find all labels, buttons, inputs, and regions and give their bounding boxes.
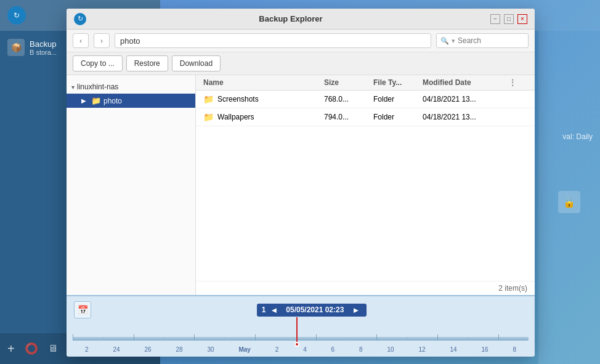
timeline: 📅 1 ◄ 05/05/2021 02:23 ► (67, 295, 535, 357)
action-toolbar: Copy to ... Restore Download (67, 52, 535, 75)
timeline-label: 4 (303, 346, 307, 353)
timeline-month-label: May (238, 346, 250, 353)
col-size: Size (324, 78, 373, 87)
timeline-label: 8 (513, 346, 516, 353)
close-button[interactable]: × (517, 14, 527, 24)
search-icon: 🔍 (440, 37, 449, 45)
file-date: 04/18/2021 13... (423, 113, 509, 121)
app-icon: ↻ (74, 13, 86, 25)
timeline-bar[interactable]: 2 24 26 28 30 May 2 4 6 8 10 12 14 16 8 (73, 323, 529, 354)
nas-arrow-icon: ▾ (71, 84, 75, 91)
folder-icon: 📁 (203, 112, 214, 122)
content-area: ▾ linuxhint-nas ▶ 📁 photo Name Size File… (67, 75, 535, 295)
col-more[interactable]: ⋮ (509, 78, 527, 87)
bg-circle-icon: ⭕ (25, 342, 38, 355)
search-box: 🔍 ▾ (436, 33, 529, 48)
timeline-ticks (73, 337, 529, 341)
nas-label: linuxhint-nas (77, 83, 118, 91)
backup-explorer-window: ↻ Backup Explorer − □ × ‹ › 🔍 ▾ Copy to … (67, 9, 535, 357)
file-name: Wallpapers (217, 113, 254, 121)
bg-storage-label: B stora... (30, 49, 57, 56)
file-type: Folder (373, 113, 423, 121)
version-prev-button[interactable]: ◄ (268, 305, 280, 315)
file-size: 768.0... (324, 95, 373, 103)
col-name: Name (203, 78, 324, 87)
col-date: Modified Date (423, 78, 509, 87)
table-header: Name Size File Ty... Modified Date ⋮ (196, 75, 535, 91)
bg-nav-icon: 📦 (7, 39, 25, 56)
restore-button[interactable]: Restore (126, 55, 168, 71)
timeline-label: 12 (418, 346, 425, 353)
timeline-top: 📅 1 ◄ 05/05/2021 02:23 ► (67, 296, 535, 323)
titlebar: ↻ Backup Explorer − □ × (67, 9, 535, 30)
timeline-label: 8 (359, 346, 363, 353)
download-button[interactable]: Download (172, 55, 221, 71)
bg-add-icon[interactable]: + (7, 342, 15, 356)
bg-card-icon: 🖥 (48, 343, 58, 354)
path-input[interactable] (115, 33, 431, 48)
timeline-label: 2 (275, 346, 279, 353)
file-name-cell: 📁 Screenshots (203, 94, 324, 104)
timeline-cursor-line (296, 317, 298, 344)
timeline-label: 24 (113, 346, 120, 353)
search-input[interactable] (458, 36, 519, 45)
table-row[interactable]: 📁 Wallpapers 794.0... Folder 04/18/2021 … (196, 108, 535, 126)
nas-root-item[interactable]: ▾ linuxhint-nas (67, 80, 195, 94)
minimize-button[interactable]: − (490, 14, 500, 24)
back-button[interactable]: ‹ (73, 33, 89, 48)
file-list-panel: Name Size File Ty... Modified Date ⋮ 📁 S… (196, 75, 535, 295)
calendar-button[interactable]: 📅 (74, 301, 91, 318)
version-number: 1 (262, 305, 266, 314)
window-controls: − □ × (490, 14, 527, 24)
col-type: File Ty... (373, 78, 423, 87)
bg-interval-label: val: Daily (562, 132, 593, 141)
bg-right-panel: 🔒 (538, 31, 600, 364)
search-dropdown-arrow[interactable]: ▾ (452, 37, 455, 45)
folder-arrow-icon: ▶ (81, 97, 89, 104)
folder-icon: 📁 (91, 96, 101, 105)
forward-button[interactable]: › (94, 33, 110, 48)
window-title: Backup Explorer (91, 14, 490, 23)
tree-panel: ▾ linuxhint-nas ▶ 📁 photo (67, 75, 196, 295)
version-date: 05/05/2021 02:23 (282, 305, 347, 314)
file-name: Screenshots (217, 95, 259, 103)
file-type: Folder (373, 95, 423, 103)
timeline-label: 14 (450, 346, 456, 353)
folder-icon: 📁 (203, 94, 214, 104)
timeline-label: 30 (207, 346, 214, 353)
bg-lock-icon: 🔒 (558, 191, 580, 213)
items-count: 2 item(s) (196, 281, 535, 295)
version-next-button[interactable]: ► (350, 305, 362, 315)
restore-button[interactable]: □ (504, 14, 514, 24)
timeline-labels: 2 24 26 28 30 May 2 4 6 8 10 12 14 16 8 (73, 346, 529, 353)
tree-item-photo[interactable]: ▶ 📁 photo (67, 94, 195, 108)
timeline-label: 16 (481, 346, 488, 353)
file-name-cell: 📁 Wallpapers (203, 112, 324, 122)
copy-to-button[interactable]: Copy to ... (73, 55, 123, 71)
timeline-label: 26 (144, 346, 151, 353)
tree-root: ▾ linuxhint-nas ▶ 📁 photo (67, 75, 195, 113)
timeline-label: 2 (85, 346, 89, 353)
file-size: 794.0... (324, 113, 373, 121)
navigation-toolbar: ‹ › 🔍 ▾ (67, 30, 535, 52)
timeline-label: 6 (331, 346, 335, 353)
timeline-label: 10 (387, 346, 394, 353)
file-table: Name Size File Ty... Modified Date ⋮ 📁 S… (196, 75, 535, 281)
bg-app-icon: ↻ (7, 6, 26, 25)
file-date: 04/18/2021 13... (423, 95, 509, 103)
bg-backup-label: Backup (30, 39, 57, 49)
tree-item-label: photo (103, 97, 122, 105)
version-navigator: 1 ◄ 05/05/2021 02:23 ► (257, 304, 367, 317)
table-row[interactable]: 📁 Screenshots 768.0... Folder 04/18/2021… (196, 91, 535, 108)
timeline-label: 28 (176, 346, 182, 353)
